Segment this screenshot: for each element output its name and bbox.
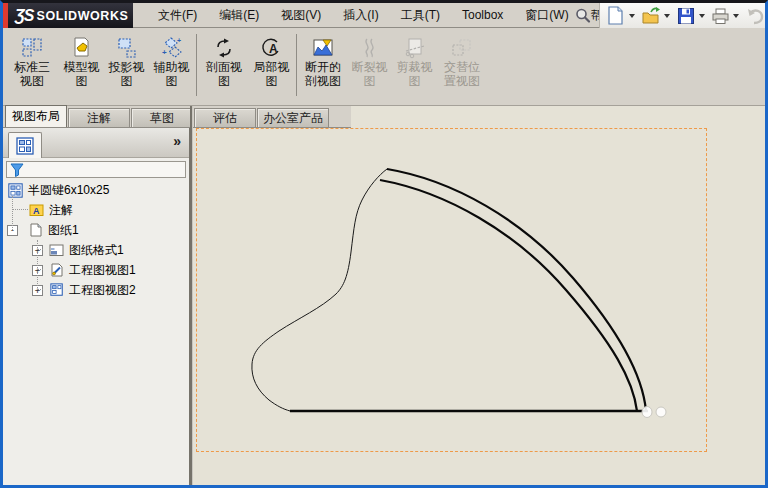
logo-red-stripe [3,3,8,28]
projection-view-icon [116,37,138,59]
sheet-format-icon [49,243,64,258]
tree-guide-stub [37,269,43,270]
quick-access-toolbar [599,3,765,28]
featuremanager-tabbar: » [3,128,189,158]
detail-view-icon: A [261,37,283,59]
save-icon[interactable] [676,6,696,26]
app-logo: ƷS SOLIDWORKS [3,3,133,28]
alternate-position-view-button: 交替位 置视图 [437,28,487,104]
tree-guide-line [37,240,38,290]
tree-filter-bar[interactable] [6,161,186,178]
tab-view-layout[interactable]: 视图布局 [5,105,67,127]
menu-edit[interactable]: 编辑(E) [208,3,270,28]
command-toolbar: 标准三 视图 模型视 图 投影视 图 [3,28,765,106]
panel-splitter[interactable] [190,106,193,485]
drawing-view2-icon [49,283,64,298]
model-view-icon [71,37,93,59]
svg-text:+: + [162,48,167,57]
new-document-icon[interactable] [606,6,626,26]
undo-icon [745,6,765,26]
featuremanager-panel: » 半圆键6x10x25 [3,128,190,485]
drawing-tree-icon [16,137,34,155]
featuremanager-tree-tab[interactable] [8,132,42,158]
break-view-icon [359,37,381,59]
auxiliary-view-icon: + + [161,37,183,59]
broken-out-section-icon [312,37,334,59]
open-dropdown-caret[interactable] [664,14,670,18]
menu-bar: 文件(F) 编辑(E) 视图(V) 插入(I) 工具(T) Toolbox 窗口… [133,3,642,28]
panel-expand-chevron[interactable]: » [173,133,181,149]
tree-guide-stub [13,209,28,210]
menu-file[interactable]: 文件(F) [147,3,208,28]
tree-root-item[interactable]: 半圆键6x10x25 [3,180,189,200]
search-icon[interactable] [571,5,595,26]
alternate-position-view-icon [451,37,473,59]
print-icon[interactable] [711,6,731,26]
tab-sketch[interactable]: 草图 [131,108,193,127]
tab-evaluate[interactable]: 评估 [194,108,256,127]
new-dropdown-caret[interactable] [629,14,635,18]
menu-view[interactable]: 视图(V) [270,3,332,28]
menu-insert[interactable]: 插入(I) [332,3,389,28]
solidworks-window: ƷS SOLIDWORKS 文件(F) 编辑(E) 视图(V) 插入(I) 工具… [0,0,768,488]
commandmanager-tabstrip: 视图布局 注解 草图 评估 办公室产品 [3,106,351,128]
section-view-button[interactable]: 剖面视 图 [199,28,249,104]
drawing-view[interactable] [193,106,765,485]
open-folder-icon[interactable] [641,6,661,26]
model-view-button[interactable]: 模型视 图 [59,28,104,104]
tree-item-drawing-view2[interactable]: + 工程图视图2 [3,280,189,300]
filter-funnel-icon [10,163,24,177]
vertex-marker [642,407,652,418]
tree-item-drawing-view1[interactable]: + 工程图视图1 [3,260,189,280]
svg-text:A: A [33,206,40,216]
menu-toolbox[interactable]: Toolbox [451,3,514,28]
standard-three-views-button[interactable]: 标准三 视图 [5,28,59,104]
auxiliary-view-button[interactable]: + + 辅助视 图 [149,28,194,104]
feature-tree: 半圆键6x10x25 A 注解 - [3,180,189,300]
tree-guide-stub [37,289,43,290]
toolbar-separator [196,34,197,96]
tree-guide-line [12,196,13,230]
svg-text:A: A [269,42,278,56]
tab-annotation[interactable]: 注解 [68,108,130,127]
sheet-icon [28,223,43,238]
break-view-button: 断裂视 图 [347,28,392,104]
crop-view-button: 剪裁视 图 [392,28,437,104]
broken-out-section-button[interactable]: 断开的 剖视图 [299,28,347,104]
drawing-view-icon [49,263,64,278]
key-break-spline [252,169,387,411]
crop-view-icon [404,37,426,59]
tree-guide-stub [37,249,43,250]
key-inner-arc [380,180,637,411]
menu-window[interactable]: 窗口(W) [514,3,579,28]
detail-view-button[interactable]: A 局部视 图 [249,28,294,104]
tree-item-annotations[interactable]: A 注解 [3,200,189,220]
standard-three-views-icon [21,37,43,59]
svg-text:+: + [177,37,181,44]
drawing-canvas[interactable] [193,106,765,485]
toolbar-separator [296,34,297,96]
tree-item-sheet1[interactable]: - 图纸1 [3,220,189,240]
print-dropdown-caret[interactable] [733,14,739,18]
menu-tools[interactable]: 工具(T) [390,3,451,28]
vertex-marker [656,407,666,417]
projection-view-button[interactable]: 投影视 图 [104,28,149,104]
section-view-icon [213,37,235,59]
title-bar: ƷS SOLIDWORKS 文件(F) 编辑(E) 视图(V) 插入(I) 工具… [3,3,765,28]
key-outer-arc [387,169,646,411]
tab-office-products[interactable]: 办公室产品 [257,108,329,127]
solidworks-logo-text: SOLIDWORKS [36,9,128,23]
tree-item-sheet-format1[interactable]: + 图纸格式1 [3,240,189,260]
annotations-icon: A [29,203,44,218]
save-dropdown-caret[interactable] [699,14,705,18]
solidworks-logo-mark: ƷS [15,7,33,25]
drawing-document-icon [8,183,23,198]
